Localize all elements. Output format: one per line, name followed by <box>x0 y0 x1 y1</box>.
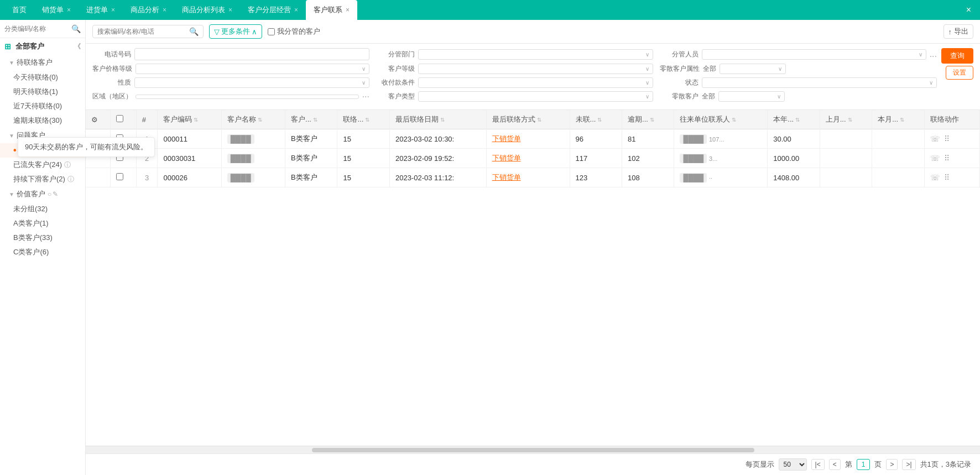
level-select[interactable]: ∨ <box>418 64 653 74</box>
sidebar-item-overdue[interactable]: 逾期未联络(30) <box>0 113 85 128</box>
region-dots[interactable]: ··· <box>362 92 369 102</box>
table-row: 1 000011 ████ B类客户 15 2023-03-02 10:30: … <box>86 129 980 149</box>
filter-nature: 性质 ∨ <box>92 77 369 88</box>
per-page-select[interactable]: 50 100 200 <box>779 458 807 471</box>
tab-close-product-analysis[interactable]: × <box>163 6 166 14</box>
tab-product-list[interactable]: 商品分析列表 × <box>174 0 240 20</box>
action-call-icon[interactable]: ☏ <box>930 173 940 182</box>
not-contact-sort-icon: ⇅ <box>597 117 602 123</box>
action-more-icon[interactable]: ⠿ <box>944 154 950 163</box>
last-method-link[interactable]: 下销货单 <box>492 173 521 181</box>
total-info: 共1页，3条记录 <box>920 460 971 469</box>
th-overdue[interactable]: 逾期...⇅ <box>622 110 674 129</box>
last-method-link[interactable]: 下销货单 <box>492 134 521 143</box>
price-level-select[interactable]: ∨ <box>135 64 369 74</box>
settings-button[interactable]: 设置 <box>946 66 973 80</box>
next-page-button[interactable]: > <box>886 459 898 470</box>
query-button[interactable]: 查询 <box>941 48 973 64</box>
cell-code: 00030031 <box>158 149 221 168</box>
sidebar-search-icon[interactable]: 🔍 <box>71 24 81 33</box>
th-last-month[interactable]: 上月...⇅ <box>820 110 872 129</box>
declining-info-icon[interactable]: ⓘ <box>67 175 74 184</box>
select-all-checkbox[interactable] <box>116 115 123 122</box>
type-sort-icon: ⇅ <box>313 117 317 123</box>
th-checkbox <box>111 110 137 129</box>
th-name[interactable]: 客户名称⇅ <box>221 110 285 129</box>
tab-purchase[interactable]: 进货单 × <box>79 0 123 20</box>
th-this-year[interactable]: 本年...⇅ <box>768 110 820 129</box>
sidebar-item-type-c[interactable]: C类客户(6) <box>0 245 85 259</box>
action-call-icon[interactable]: ☏ <box>930 154 940 163</box>
sidebar-item-ungrouped[interactable]: 未分组(32) <box>0 202 85 216</box>
my-customers-checkbox[interactable] <box>268 28 275 35</box>
value-edit-icon[interactable]: ✎ <box>53 190 58 198</box>
tab-close-purchase[interactable]: × <box>111 6 115 14</box>
sidebar-item-declining[interactable]: 持续下滑客户(2) ⓘ <box>0 172 85 186</box>
action-more-icon[interactable]: ⠿ <box>944 173 950 182</box>
tab-close-product-list[interactable]: × <box>228 6 232 14</box>
dept-select[interactable]: ∨ <box>418 49 653 60</box>
prev-page-button[interactable]: < <box>829 459 841 470</box>
action-more-icon[interactable]: ⠿ <box>944 134 950 143</box>
risk-tooltip: 90天未交易的客户，可能有流失风险。 <box>18 137 86 157</box>
phone-input[interactable] <box>134 48 369 60</box>
sidebar-pending-group[interactable]: ▼ 待联络客户 <box>0 55 85 70</box>
th-last-method[interactable]: 最后联络方式⇅ <box>486 110 570 129</box>
tab-sales[interactable]: 销货单 × <box>34 0 79 20</box>
scrollbar-thumb[interactable] <box>312 448 754 452</box>
th-code[interactable]: 客户编码⇅ <box>158 110 221 129</box>
filter-row-3: 性质 ∨ 收付款条件 ∨ <box>92 77 937 88</box>
tab-home[interactable]: 首页 <box>4 0 34 20</box>
window-close-button[interactable]: × <box>962 5 976 15</box>
cell-not-contact: 117 <box>570 149 622 168</box>
search-input[interactable] <box>97 28 186 35</box>
th-last-date[interactable]: 最后联络日期⇅ <box>389 110 486 129</box>
first-page-button[interactable]: |< <box>811 459 825 470</box>
search-submit-icon[interactable]: 🔍 <box>189 27 199 36</box>
sidebar-item-churned[interactable]: 已流失客户(24) ⓘ <box>0 158 85 172</box>
filter-chevron-icon: ∧ <box>252 28 257 36</box>
tab-close-customer-layer[interactable]: × <box>294 6 298 14</box>
tab-product-analysis[interactable]: 商品分析 × <box>123 0 174 20</box>
th-not-contact[interactable]: 未联...⇅ <box>570 110 622 129</box>
row-checkbox[interactable] <box>116 173 123 180</box>
attribute-select[interactable]: ∨ <box>720 64 786 74</box>
sidebar-all-customers[interactable]: ⊞ 全部客户 《 <box>0 38 85 55</box>
th-type[interactable]: 客户...⇅ <box>285 110 337 129</box>
value-info-icon[interactable]: ○ <box>48 190 51 198</box>
th-contact[interactable]: 联络...⇅ <box>337 110 389 129</box>
sidebar-item-today[interactable]: 今天待联络(0) <box>0 70 85 85</box>
payment-select[interactable]: ∨ <box>418 77 653 88</box>
tab-bar: 首页 销货单 × 进货单 × 商品分析 × 商品分析列表 × 客户分层经营 × … <box>0 0 980 20</box>
nature-select[interactable]: ∨ <box>134 77 369 88</box>
more-filters-button[interactable]: ▽ 更多条件 ∧ <box>209 24 262 39</box>
table-settings-icon[interactable]: ⚙ <box>91 116 98 124</box>
last-page-button[interactable]: >| <box>902 459 915 470</box>
horizontal-scrollbar[interactable] <box>86 446 980 453</box>
sidebar-item-type-b[interactable]: B类客户(33) <box>0 231 85 245</box>
tab-close-sales[interactable]: × <box>67 6 71 14</box>
sidebar-item-7days[interactable]: 近7天待联络(0) <box>0 99 85 113</box>
manager-select[interactable]: ∨ <box>702 49 926 60</box>
customer-type-select[interactable]: ∨ <box>418 91 653 102</box>
th-unit-contact[interactable]: 往来单位联系人⇅ <box>674 110 768 129</box>
tab-customer-layer[interactable]: 客户分层经营 × <box>240 0 306 20</box>
sidebar-item-tomorrow[interactable]: 明天待联络(1) <box>0 85 85 99</box>
last-method-link[interactable]: 下销货单 <box>492 154 521 162</box>
churned-info-icon[interactable]: ⓘ <box>64 160 71 170</box>
manager-dots[interactable]: ... <box>930 49 937 59</box>
cell-unit-contact: ████ 3... <box>674 149 768 168</box>
sidebar-value-group[interactable]: ▼ 价值客户 ○ ✎ <box>0 186 85 202</box>
retail-select[interactable]: ∨ <box>718 91 785 102</box>
th-this-month[interactable]: 本月...⇅ <box>872 110 924 129</box>
tab-close-customer-contact[interactable]: × <box>346 6 350 14</box>
region-select[interactable] <box>135 95 359 99</box>
th-settings[interactable]: ⚙ <box>86 110 111 129</box>
sidebar-search-input[interactable] <box>4 25 69 33</box>
sidebar-item-type-a[interactable]: A类客户(1) <box>0 216 85 231</box>
cell-last-date: 2023-02-09 19:52: <box>389 149 486 168</box>
action-call-icon[interactable]: ☏ <box>930 134 940 143</box>
export-button[interactable]: ↑ 导出 <box>943 24 974 39</box>
tab-customer-contact[interactable]: 客户联系 × <box>306 0 357 20</box>
status-select[interactable]: ∨ <box>702 77 937 88</box>
